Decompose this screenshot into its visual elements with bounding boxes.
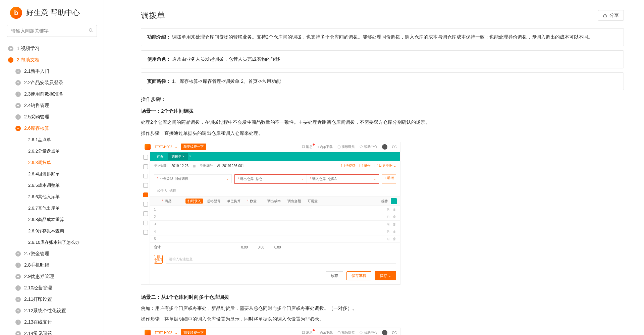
search-input[interactable] — [7, 25, 97, 37]
path-text: 1、库存核算->库存管理->调拨单 2、首页->常用功能 — [172, 78, 281, 84]
nav-2-14[interactable]: 2.14常见问题 — [5, 328, 104, 335]
role-box: 使用角色：通常由业务人员发起调拨，仓管人员完成实物的转移 — [141, 50, 624, 68]
nav-2-6-4[interactable]: 2.6.4组装拆卸单 — [5, 168, 104, 180]
nav-2-11[interactable]: 2.11打印设置 — [5, 294, 104, 305]
nav-2-6-3[interactable]: 2.6.3调拨单 — [5, 157, 104, 168]
nav-2-6-7[interactable]: 2.6.7其他出库单 — [5, 203, 104, 214]
nav-2-6-8[interactable]: 2.6.8商品成本重算 — [5, 214, 104, 225]
nav-2-6-10[interactable]: 2.6.10库存账本错了怎么办 — [5, 237, 104, 248]
mock-grid-row: 1⎘🗑 — [150, 206, 400, 213]
mock-grid-row: 4⎘🗑 — [150, 228, 400, 235]
nav-2-3[interactable]: 2.3使用前数据准备 — [5, 89, 104, 100]
mock-app-link: ○ App下载 — [317, 330, 333, 335]
scene2-desc: 例如：用户有多个门店或办事处，新品到货后，需要从总仓同时向多个门店或办事处调拨。… — [141, 304, 624, 313]
nav-2-10[interactable]: 2.10经营管理 — [5, 282, 104, 294]
page-title: 调拨单 — [141, 10, 165, 21]
mock-avatar-icon — [382, 144, 387, 150]
intro-label: 功能介绍： — [147, 34, 171, 40]
mock-grid-row: 5⎘🗑 — [150, 235, 400, 243]
brand-logo-icon: b — [10, 7, 22, 19]
nav-2-6-6[interactable]: 2.6.6其他入库单 — [5, 191, 104, 203]
nav-2-6-5[interactable]: 2.6.5成本调整单 — [5, 180, 104, 191]
mock-add-button: + 新增 — [382, 174, 396, 184]
mock-grid-row: 2⎘🗑 — [150, 213, 400, 221]
mock-side-icon — [143, 155, 148, 160]
mock-msg-link: ☐ 消息 — [302, 145, 313, 149]
share-button[interactable]: 分享 — [598, 10, 624, 21]
mock-th-code: 扫码录入 — [185, 199, 203, 204]
intro-box: 功能介绍：调拨单用来处理仓库间货物的转移业务。支持2个仓库间的调拨，也支持多个仓… — [141, 28, 624, 46]
nav-2-8[interactable]: 2.8手机旺铺 — [5, 260, 104, 271]
nav-2-7[interactable]: 2.7资金管理 — [5, 248, 104, 260]
mock-note-icon: ▤备注信息 — [154, 255, 163, 264]
app-root: b 好生意 帮助中心 1.视频学习 2.帮助文档 2.1新手入门 2.2产品安装… — [0, 0, 644, 335]
expand-icon — [15, 251, 21, 257]
mock-msg-link: ☐ 消息 — [302, 330, 313, 335]
chevron-down-icon: ⌄ — [175, 331, 177, 335]
mock-help-link: ◇ 帮助中心 — [360, 330, 377, 335]
mock-note-row: ▤备注信息 请输入备注信息 — [150, 252, 400, 267]
nav-2-4[interactable]: 2.4销售管理 — [5, 100, 104, 111]
steps-heading: 操作步骤： — [141, 96, 624, 103]
collapse-icon — [15, 126, 21, 131]
mock-tenant-select: TEST-H002 — [155, 145, 172, 149]
nav-2-1[interactable]: 2.1新手入门 — [5, 66, 104, 77]
path-label: 页面路径： — [147, 78, 171, 84]
mock-body: 首页 调拨单 × × 单据日期 2019-12-26 ▦ 单据编号 AL-201… — [141, 152, 400, 284]
expand-icon — [15, 80, 21, 86]
mock-note-input: 请输入备注信息 — [166, 255, 396, 264]
mock-tab-doc: 调拨单 × — [168, 153, 188, 160]
mock-top-right: ☐ 消息 ○ App下载 ▢ 视频课堂 ◇ 帮助中心 CC — [302, 330, 397, 335]
mock-side-icon-active — [143, 192, 148, 197]
keyboard-icon — [341, 164, 344, 167]
expand-icon — [15, 308, 21, 314]
brand-row: b 好生意 帮助中心 — [0, 7, 104, 25]
expand-icon — [15, 69, 21, 74]
svg-line-1 — [92, 31, 93, 32]
mock-username: CC — [392, 145, 397, 149]
nav-2-13[interactable]: 2.13在线支付 — [5, 317, 104, 328]
mock-maker-row: 经手人 选择 — [150, 187, 400, 197]
expand-icon — [15, 103, 21, 108]
chevron-down-icon: ⌄ — [226, 177, 229, 180]
nav-2-2[interactable]: 2.2产品安装及登录 — [5, 77, 104, 89]
nav-help-docs[interactable]: 2.帮助文档 — [5, 54, 104, 66]
nav-2-12[interactable]: 2.12系统个性化设置 — [5, 305, 104, 317]
nav-2-5[interactable]: 2.5采购管理 — [5, 111, 104, 123]
mock-quick-link: 快捷键 — [341, 163, 356, 168]
expand-icon — [15, 285, 21, 291]
nav-2-9[interactable]: 2.9优惠券管理 — [5, 271, 104, 282]
sidebar: b 好生意 帮助中心 1.视频学习 2.帮助文档 2.1新手入门 2.2产品安装… — [0, 0, 104, 335]
mock-side-icon — [143, 221, 148, 225]
nav-2-6-2[interactable]: 2.6.2分量盘点单 — [5, 146, 104, 157]
expand-icon — [15, 92, 21, 97]
nav-2-6-1[interactable]: 2.6.1盘点单 — [5, 134, 104, 146]
expand-icon — [15, 297, 21, 302]
mock-tabs: 首页 调拨单 × × — [150, 152, 400, 161]
mock-side-icon — [143, 174, 148, 178]
nav-2-6-9[interactable]: 2.6.9库存账本查询 — [5, 225, 104, 237]
mock-tenant-select: TEST-H002 — [155, 331, 172, 335]
scene1-desc: 处理2个仓库之间的商品调拨，在调拨过程中不会发生商品数量的不一致性。主要处理近距… — [141, 118, 624, 127]
scene1-title: 场景一：2个仓库间调拨 — [141, 108, 624, 114]
mock-biztype-field: *业务类型 同价调拨⌄ — [154, 174, 232, 183]
chevron-down-icon: ⌄ — [373, 177, 376, 181]
nav-2-6[interactable]: 2.6库存核算 — [5, 123, 104, 134]
copy-icon: ⎘ — [387, 208, 389, 211]
mock-video-link: ▢ 视频课堂 — [337, 330, 355, 335]
mock-draft-button: 保存草稿 — [346, 271, 371, 280]
mock-no-label: 单据编号 — [200, 163, 213, 168]
page-header: 调拨单 分享 — [141, 10, 624, 21]
expand-icon — [15, 320, 21, 325]
expand-icon — [391, 198, 397, 204]
gear-icon — [360, 164, 363, 167]
mock-screenshot-1: TEST-H002 ⌄ 我要续费一下 ☐ 消息 ○ App下载 ▢ 视频课堂 ◇… — [141, 142, 400, 285]
mock-sidenav — [141, 152, 150, 284]
mock-side-icon — [143, 230, 148, 235]
mock-side-icon — [143, 183, 148, 188]
search-icon[interactable] — [89, 28, 93, 34]
mock-video-link: ▢ 视频课堂 — [337, 145, 355, 149]
nav-videos[interactable]: 1.视频学习 — [5, 43, 104, 54]
expand-icon — [8, 46, 13, 51]
role-label: 使用角色： — [147, 56, 171, 62]
